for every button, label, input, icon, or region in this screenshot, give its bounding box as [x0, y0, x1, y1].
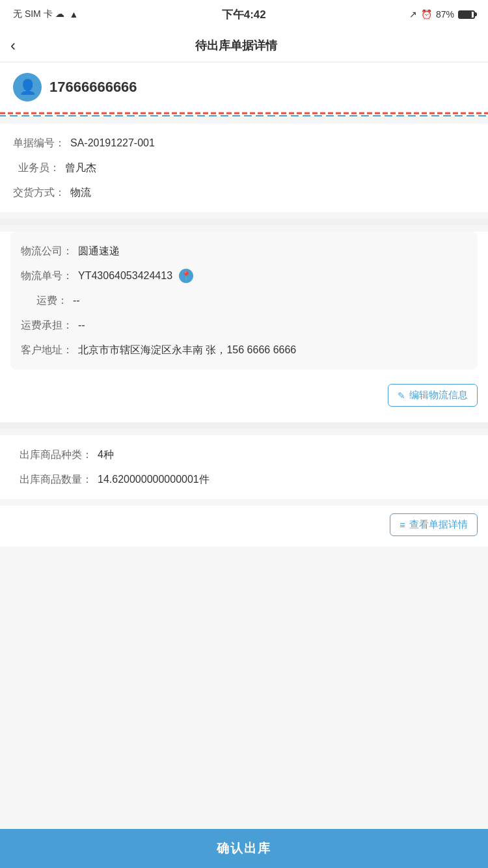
user-header: 👤 17666666666 — [0, 62, 488, 112]
nav-bar: ‹ 待出库单据详情 — [0, 29, 488, 62]
goods-types-row: 出库商品种类： 4种 — [13, 447, 475, 463]
logistics-company-value: 圆通速递 — [78, 243, 467, 259]
salesperson-row: 业务员： 曾凡杰 — [13, 160, 475, 176]
confirm-button[interactable]: 确认出库 — [0, 829, 488, 868]
edit-logistics-btn-row: ✎ 编辑物流信息 — [0, 376, 488, 417]
separator-1 — [0, 219, 488, 225]
freight-bear-row: 运费承担： -- — [21, 318, 467, 333]
tracking-no-value: YT43064053424413 📍 — [78, 268, 467, 284]
doc-number-value: SA-20191227-001 — [70, 135, 475, 151]
back-button[interactable]: ‹ — [10, 34, 21, 57]
basic-info-section: 单据编号： SA-20191227-001 业务员： 曾凡杰 交货方式： 物流 — [0, 124, 488, 212]
logistics-company-label: 物流公司： — [21, 243, 78, 259]
wifi-icon: ▲ — [70, 9, 79, 20]
tracking-no-row: 物流单号： YT43064053424413 📍 — [21, 268, 467, 284]
edit-logistics-button[interactable]: ✎ 编辑物流信息 — [388, 384, 478, 407]
address-row: 客户地址： 北京市市辖区海淀区永丰南 张，156 6666 6666 — [21, 342, 467, 358]
battery-percent: 87% — [436, 9, 454, 20]
view-doc-label: 查看单据详情 — [409, 519, 468, 531]
tracking-no-text: YT43064053424413 — [78, 268, 172, 284]
salesperson-label: 业务员： — [13, 160, 65, 176]
view-doc-icon: ≡ — [400, 519, 405, 530]
user-phone: 17666666666 — [49, 79, 137, 96]
dashed-divider — [0, 112, 488, 117]
logistics-card: 物流公司： 圆通速递 物流单号： YT43064053424413 📍 运费： … — [10, 232, 478, 370]
status-time: 下午4:42 — [222, 7, 266, 22]
goods-section: 出库商品种类： 4种 出库商品数量： 14.620000000000001件 — [0, 435, 488, 499]
page-title: 待出库单据详情 — [21, 38, 452, 53]
salesperson-value: 曾凡杰 — [65, 160, 475, 176]
delivery-method-row: 交货方式： 物流 — [13, 185, 475, 200]
freight-row: 运费： -- — [21, 293, 467, 308]
doc-number-row: 单据编号： SA-20191227-001 — [13, 135, 475, 151]
address-value: 北京市市辖区海淀区永丰南 张，156 6666 6666 — [78, 342, 467, 358]
delivery-method-value: 物流 — [70, 185, 475, 200]
address-label: 客户地址： — [21, 342, 78, 358]
tracking-no-label: 物流单号： — [21, 268, 78, 284]
avatar-icon: 👤 — [19, 79, 36, 96]
status-right: ↗ ⏰ 87% — [409, 9, 475, 20]
confirm-label: 确认出库 — [217, 840, 271, 857]
edit-icon: ✎ — [398, 390, 405, 401]
freight-value: -- — [73, 293, 467, 308]
tracking-location-icon[interactable]: 📍 — [179, 269, 193, 283]
goods-quantity-label: 出库商品数量： — [13, 472, 98, 487]
freight-bear-value: -- — [78, 318, 467, 333]
goods-quantity-row: 出库商品数量： 14.620000000000001件 — [13, 472, 475, 487]
bottom-spacer — [0, 547, 488, 599]
avatar: 👤 — [13, 73, 42, 102]
delivery-method-label: 交货方式： — [13, 185, 70, 200]
doc-number-label: 单据编号： — [13, 135, 70, 151]
freight-label: 运费： — [21, 293, 73, 308]
logistics-company-row: 物流公司： 圆通速递 — [21, 243, 467, 259]
goods-types-value: 4种 — [98, 447, 475, 463]
battery-icon — [458, 10, 475, 19]
goods-types-label: 出库商品种类： — [13, 447, 98, 463]
location-status-icon: ↗ — [409, 9, 417, 20]
separator-2 — [0, 422, 488, 429]
no-sim-text: 无 SIM 卡 ☁ — [13, 8, 64, 20]
status-bar: 无 SIM 卡 ☁ ▲ 下午4:42 ↗ ⏰ 87% — [0, 0, 488, 29]
view-doc-btn-row: ≡ 查看单据详情 — [0, 506, 488, 547]
alarm-icon: ⏰ — [421, 9, 432, 20]
view-doc-button[interactable]: ≡ 查看单据详情 — [390, 513, 478, 536]
freight-bear-label: 运费承担： — [21, 318, 78, 333]
logistics-section: 物流公司： 圆通速递 物流单号： YT43064053424413 📍 运费： … — [0, 232, 488, 422]
goods-quantity-value: 14.620000000000001件 — [98, 472, 475, 487]
edit-logistics-label: 编辑物流信息 — [409, 389, 468, 401]
status-left: 无 SIM 卡 ☁ ▲ — [13, 8, 78, 20]
